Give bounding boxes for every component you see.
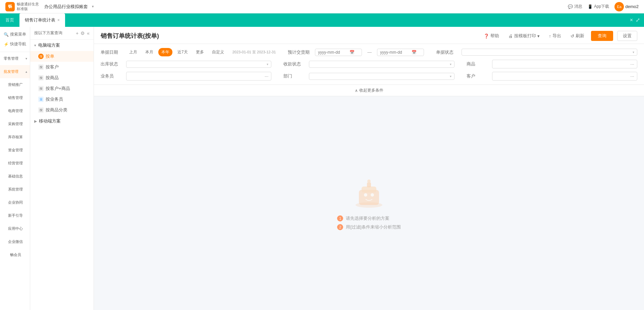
date-this-month[interactable]: 本月 [142,48,156,56]
salesperson-input[interactable]: ··· [126,72,271,81]
scheme-item-by-customer[interactable]: 按 按客户 [30,62,94,72]
scheme-group-mobile: ▶ 移动端方案 [30,115,94,127]
page-title-bar: 销售订单统计表(按单) ❓ 帮助 🖨 按模板打印 ▾ ↑ 导出 [94,27,644,44]
expected-date-start-input[interactable] [318,50,348,55]
scheme-icon-sq: 按 [38,107,44,113]
sidebar-search-button[interactable]: 🔍 搜索菜单 [0,30,30,39]
goods-input[interactable]: ··· [492,60,637,68]
filter-area: 单据日期 上月 本月 本年 近7天 更多 自定义 2023-01-01 至 20… [94,44,644,85]
filter-row-1: 单据日期 上月 本月 本年 近7天 更多 自定义 2023-01-01 至 20… [101,48,637,56]
sidebar-item-wechat[interactable]: 企业微信 [0,235,30,248]
sidebar-item-app-center[interactable]: 应用中心 [0,222,30,235]
help-button[interactable]: ❓ 帮助 [481,32,502,40]
scheme-item-by-product[interactable]: 按 按商品 [30,72,94,83]
app-dropdown-arrow[interactable]: ▾ [92,4,94,9]
customer-more-icon[interactable]: ··· [630,73,634,79]
scheme-item-by-category[interactable]: 按 按商品分类 [30,105,94,115]
ship-status-select[interactable]: ▾ [126,61,271,68]
scheme-item-by-customer-product[interactable]: 按 按客户+商品 [30,83,94,94]
doc-status-select[interactable]: ▾ [462,49,637,56]
tab-bar-actions: × ⤢ [630,17,644,23]
logo-text: 畅捷通好生意 标准版 [17,2,39,11]
sidebar: 🔍 搜索菜单 ⚡ 快捷导航 零售管理 ▾ 批发管理 ▴ 营销推广 销售管理 电商… [0,27,30,310]
sidebar-item-enterprise[interactable]: 企业协同 [0,196,30,209]
filter-row-3: 业务员 ··· 部门 ▾ 客户 ··· [101,72,637,81]
scheme-group-desktop-header[interactable]: ▾ 电脑端方案 [30,40,94,51]
export-button[interactable]: ↑ 导出 [546,32,564,40]
sidebar-item-member[interactable]: 畅会员 [0,248,30,261]
chevron-up-icon: ∧ [355,88,358,93]
svg-rect-2 [362,187,376,193]
sidebar-item-inventory[interactable]: 库存核算 [0,131,30,144]
sidebar-item-ecommerce[interactable]: 电商管理 [0,104,30,117]
sidebar-quick-nav[interactable]: ⚡ 快捷导航 [0,39,30,49]
dept-select[interactable]: ▾ [309,73,454,80]
salesperson-more-icon[interactable]: ··· [265,73,269,79]
tab-sales-stat[interactable]: 销售订单统计表 × [19,13,65,27]
sidebar-item-wholesale[interactable]: 批发管理 ▴ [0,65,30,78]
scheme-item-by-order[interactable]: 按 按单 [30,51,94,62]
date-prev-month[interactable]: 上月 [126,48,140,56]
tab-close-button[interactable]: × [57,18,60,22]
customer-input[interactable]: ··· [492,72,637,81]
message-button[interactable]: 💬 消息 [568,4,582,9]
left-panel-collapse-button[interactable]: « [87,31,90,36]
tab-home[interactable]: 首页 [0,13,19,27]
sidebar-item-retail[interactable]: 零售管理 ▾ [0,52,30,65]
scheme-icon-bar: 业 [38,97,44,102]
query-button[interactable]: 查询 [591,31,613,41]
sidebar-item-sales[interactable]: 销售管理 [0,91,30,104]
left-panel-add-button[interactable]: + [76,31,78,36]
date-custom[interactable]: 自定义 [209,48,227,56]
sidebar-item-purchase[interactable]: 采购管理 [0,117,30,131]
left-panel-title: 按以下方案查询 [34,30,62,36]
template-print-button[interactable]: 🖨 按模板打印 ▾ [506,32,542,40]
refresh-button[interactable]: ↺ 刷新 [568,32,587,40]
payment-status-caret: ▾ [450,62,451,66]
expected-date-start[interactable]: 📅 [315,49,362,56]
avatar: Ea [614,2,624,11]
customer-label: 客户 [467,73,487,79]
scheme-group-mobile-header[interactable]: ▶ 移动端方案 [30,115,94,127]
settings-button[interactable]: 设置 [617,31,637,41]
ship-status-label: 出库状态 [101,61,121,67]
collapse-bar[interactable]: ∧ 收起更多条件 [94,85,644,96]
salesperson-label: 业务员 [101,73,121,79]
message-icon: 💬 [568,4,573,9]
header-left: 畅 畅捷通好生意 标准版 办公用品行业模拟账套 ▾ [5,2,94,11]
sidebar-item-finance[interactable]: 资金管理 [0,144,30,157]
sidebar-item-basic-info[interactable]: 基础信息 [0,170,30,183]
app-download-button[interactable]: 📱 App下载 [588,4,609,9]
svg-point-4 [371,193,374,197]
scheme-item-by-salesperson[interactable]: 业 按业务员 [30,94,94,105]
app-title: 办公用品行业模拟账套 [44,4,88,10]
tab-restore-button[interactable]: ⤢ [636,17,640,23]
date-more[interactable]: 更多 [193,48,207,56]
sidebar-item-system[interactable]: 系统管理 [0,183,30,196]
expected-date-end[interactable]: 📅 [377,49,424,56]
goods-more-icon[interactable]: ··· [630,61,634,67]
left-panel-settings-button[interactable]: ⚙ [80,31,85,36]
chevron-right-icon: ▶ [34,119,37,123]
expected-date-label: 预计交货期 [288,49,310,55]
sidebar-item-operations[interactable]: 经营管理 [0,157,30,170]
sidebar-item-marketing[interactable]: 营销推广 [0,78,30,91]
scheme-group-desktop: ▾ 电脑端方案 按 按单 按 按客户 按 按商品 按 按客户+商品 [30,40,94,115]
empty-tip-2: 2 用[过滤]条件来缩小分析范围 [337,224,400,230]
scheme-icon-sq: 按 [38,86,44,91]
payment-status-select[interactable]: ▾ [309,61,454,68]
date-options: 上月 本月 本年 近7天 更多 自定义 [126,48,227,56]
dept-caret: ▾ [450,74,451,78]
tab-close-all-button[interactable]: × [630,17,633,23]
user-profile[interactable]: Ea demo2 [614,2,639,11]
expected-date-end-input[interactable] [380,50,410,55]
sidebar-item-newbie[interactable]: 新手引导 [0,209,30,222]
download-icon: 📱 [588,4,593,9]
left-panel-actions: + ⚙ « [76,31,90,36]
scheme-icon-circle: 按 [38,54,44,59]
date-last7[interactable]: 近7天 [174,48,191,56]
date-this-year[interactable]: 本年 [158,48,172,56]
print-icon: 🖨 [508,34,513,39]
sidebar-top: 🔍 搜索菜单 ⚡ 快捷导航 [0,27,30,52]
page-title: 销售订单统计表(按单) [101,32,159,40]
